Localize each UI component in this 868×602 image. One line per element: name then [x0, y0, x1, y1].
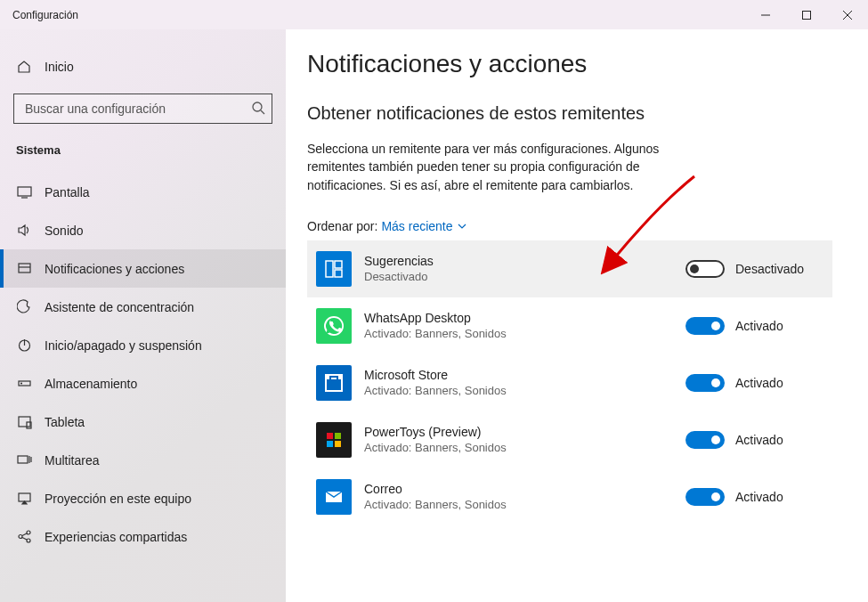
toggle-switch[interactable]	[685, 374, 725, 392]
svg-rect-26	[335, 261, 342, 268]
maximize-button[interactable]	[786, 0, 827, 29]
svg-rect-16	[18, 456, 28, 463]
sort-prefix: Ordenar por:	[307, 219, 377, 233]
sidebar-item-label: Multitarea	[45, 453, 99, 468]
sidebar-item-label: Inicio/apagado y suspensión	[45, 338, 202, 353]
toggle-label: Activado	[735, 376, 783, 390]
sidebar-item-label: Pantalla	[45, 185, 90, 199]
sidebar-item-projection[interactable]: Proyección en este equipo	[0, 479, 286, 517]
sender-name: WhatsApp Desktop	[364, 311, 673, 325]
toggle-wrap: Activado	[685, 374, 823, 392]
svg-line-5	[261, 110, 264, 114]
sender-app-icon	[316, 479, 352, 515]
home-icon	[16, 60, 32, 74]
sender-status: Activado: Banners, Sonidos	[364, 384, 673, 397]
svg-rect-27	[335, 270, 342, 277]
sender-row[interactable]: WhatsApp Desktop Activado: Banners, Soni…	[307, 297, 832, 354]
sidebar: Inicio Sistema Pantalla Sonido Notificac…	[0, 29, 286, 602]
toggle-wrap: Activado	[685, 431, 823, 449]
svg-rect-30	[327, 379, 341, 390]
sender-name: Microsoft Store	[364, 368, 673, 382]
sort-value: Más reciente	[381, 219, 452, 233]
sidebar-item-label: Almacenamiento	[45, 377, 137, 391]
sender-row[interactable]: Microsoft Store Activado: Banners, Sonid…	[307, 354, 832, 411]
sidebar-item-tablet[interactable]: Tableta	[0, 403, 286, 441]
sender-row[interactable]: Correo Activado: Banners, Sonidos Activa…	[307, 468, 832, 525]
sidebar-item-label: Experiencias compartidas	[45, 530, 187, 544]
sidebar-item-notificaciones[interactable]: Notificaciones y acciones	[0, 249, 286, 288]
sender-app-icon	[316, 251, 352, 287]
page-title: Notificaciones y acciones	[307, 50, 832, 78]
toggle-label: Activado	[735, 490, 783, 504]
sidebar-item-shared[interactable]: Experiencias compartidas	[0, 517, 286, 556]
sender-info: WhatsApp Desktop Activado: Banners, Soni…	[364, 311, 673, 340]
search-input[interactable]	[13, 94, 272, 124]
svg-rect-34	[335, 441, 341, 447]
power-icon	[16, 338, 32, 353]
sidebar-item-pantalla[interactable]: Pantalla	[0, 173, 286, 211]
sender-status: Activado: Banners, Sonidos	[364, 327, 673, 340]
svg-point-21	[27, 531, 30, 534]
svg-rect-31	[327, 433, 333, 439]
close-button[interactable]	[827, 0, 868, 29]
sender-status: Activado: Banners, Sonidos	[364, 441, 673, 454]
sidebar-item-asistente[interactable]: Asistente de concentración	[0, 288, 286, 326]
svg-line-24	[22, 538, 27, 541]
chevron-down-icon	[457, 221, 467, 232]
svg-rect-32	[335, 433, 341, 439]
storage-icon	[16, 376, 32, 391]
senders-list: Sugerencias Desactivado Desactivado What…	[307, 240, 832, 525]
sort-dropdown[interactable]: Más reciente	[381, 219, 466, 233]
svg-rect-8	[19, 264, 30, 273]
sidebar-item-sonido[interactable]: Sonido	[0, 211, 286, 249]
sender-row[interactable]: Sugerencias Desactivado Desactivado	[307, 240, 832, 297]
toggle-switch[interactable]	[685, 260, 725, 278]
sender-info: Correo Activado: Banners, Sonidos	[364, 482, 673, 511]
svg-rect-1	[803, 11, 811, 19]
toggle-wrap: Activado	[685, 317, 823, 335]
svg-point-13	[20, 383, 21, 384]
section-title: Sistema	[0, 140, 286, 173]
titlebar: Configuración	[0, 0, 868, 29]
sidebar-item-label: Tableta	[45, 415, 85, 429]
home-link[interactable]: Inicio	[0, 51, 286, 83]
section-subtitle: Obtener notificaciones de estos remitent…	[307, 103, 832, 124]
sidebar-item-multitarea[interactable]: Multitarea	[0, 441, 286, 479]
toggle-switch[interactable]	[685, 488, 725, 506]
sender-app-icon	[316, 422, 352, 458]
sender-name: Sugerencias	[364, 254, 673, 268]
search-icon	[251, 101, 265, 118]
svg-point-22	[27, 539, 30, 542]
toggle-switch[interactable]	[685, 317, 725, 335]
toggle-wrap: Desactivado	[685, 260, 823, 278]
sidebar-item-label: Asistente de concentración	[45, 300, 194, 314]
sender-info: PowerToys (Preview) Activado: Banners, S…	[364, 425, 673, 454]
sound-icon	[16, 223, 32, 238]
svg-rect-25	[326, 261, 333, 277]
multitask-icon	[16, 452, 32, 468]
focus-icon	[16, 299, 32, 314]
toggle-label: Activado	[735, 433, 783, 447]
sidebar-item-label: Sonido	[45, 224, 84, 238]
toggle-switch[interactable]	[685, 431, 725, 449]
sidebar-item-storage[interactable]: Almacenamiento	[0, 364, 286, 403]
sender-row[interactable]: PowerToys (Preview) Activado: Banners, S…	[307, 411, 832, 468]
sidebar-item-power[interactable]: Inicio/apagado y suspensión	[0, 326, 286, 364]
minimize-button[interactable]	[745, 0, 786, 29]
sender-name: Correo	[364, 482, 673, 496]
projection-icon	[16, 491, 32, 506]
toggle-wrap: Activado	[685, 488, 823, 506]
svg-rect-6	[18, 187, 31, 196]
svg-point-4	[253, 102, 262, 111]
sender-info: Microsoft Store Activado: Banners, Sonid…	[364, 368, 673, 397]
sender-status: Activado: Banners, Sonidos	[364, 498, 673, 511]
sort-row: Ordenar por: Más reciente	[307, 219, 832, 233]
display-icon	[16, 184, 32, 199]
window-title: Configuración	[0, 9, 78, 21]
content: Notificaciones y acciones Obtener notifi…	[286, 29, 868, 602]
sender-app-icon	[316, 308, 352, 344]
svg-point-20	[19, 535, 22, 539]
shared-icon	[16, 529, 32, 544]
toggle-label: Activado	[735, 319, 783, 333]
section-description: Selecciona un remitente para ver más con…	[307, 140, 663, 194]
